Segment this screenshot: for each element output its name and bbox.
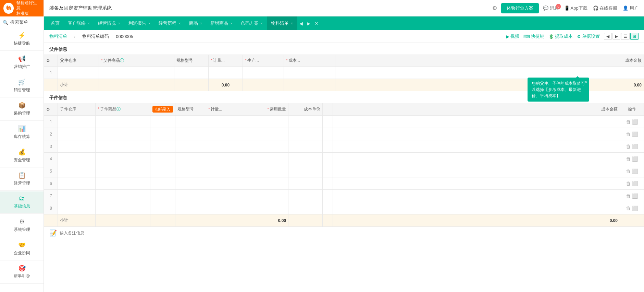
pager-prev[interactable]: ◀ (604, 33, 612, 40)
nav-tab-物料清单[interactable]: 物料清单× (267, 16, 297, 30)
copy-icon[interactable]: ⬜ (632, 144, 638, 149)
child-qty-cell[interactable] (247, 153, 288, 165)
delete-icon[interactable]: 🗑 (626, 181, 631, 186)
sidebar-search[interactable]: 🔍 搜索菜单 (0, 16, 44, 28)
child-unit-cost-cell[interactable] (288, 202, 323, 214)
child-qty-cell[interactable] (247, 177, 288, 190)
child-unit-cell[interactable] (206, 153, 237, 165)
sidebar-item-guide[interactable]: 🎯 新手引导 (0, 261, 44, 283)
app-download-link[interactable]: 📱 App下载 (564, 5, 587, 11)
copy-icon[interactable]: ⬜ (632, 193, 638, 199)
delete-icon[interactable]: 🗑 (626, 131, 631, 137)
child-spec-cell[interactable] (175, 165, 206, 177)
delete-icon[interactable]: 🗑 (626, 156, 631, 162)
child-unit-cost-cell[interactable] (288, 140, 323, 153)
note-input[interactable] (60, 231, 639, 235)
gear-icon[interactable]: ⚙ (492, 5, 497, 11)
nav-tab-商品[interactable]: 商品× (185, 16, 206, 30)
nav-tab-经营历程[interactable]: 经营历程× (154, 16, 185, 30)
delete-icon[interactable]: 🗑 (626, 206, 631, 211)
sidebar-item-inventory[interactable]: 📊 库存核算 (0, 121, 44, 143)
tab-close[interactable]: × (178, 21, 181, 25)
settings-btn[interactable]: ⚙ 单据设置 (577, 33, 600, 39)
trial-button[interactable]: 体验行业方案 (501, 3, 539, 13)
tab-close[interactable]: × (118, 21, 120, 25)
nav-tab-新增商品[interactable]: 新增商品× (206, 16, 236, 30)
view-btn[interactable]: ▶ 视频 (506, 33, 519, 39)
child-qty-cell[interactable] (247, 190, 288, 202)
nav-tab-经营情况[interactable]: 经营情况× (94, 16, 124, 30)
tab-close[interactable]: × (261, 21, 263, 25)
nav-close-icon[interactable]: ✕ (312, 21, 321, 26)
child-spec-cell[interactable] (175, 177, 206, 190)
nav-tab-客户联络[interactable]: 客户联络× (64, 16, 94, 30)
child-unit-cell[interactable] (206, 140, 237, 153)
child-unit-cell[interactable] (206, 177, 237, 190)
child-spec-cell[interactable] (175, 153, 206, 165)
child-unit-cost-cell[interactable] (288, 190, 323, 202)
tooltip-close-btn[interactable]: × (585, 79, 587, 85)
shortcut-btn[interactable]: ⌨ 快捷键 (523, 33, 544, 39)
tab-close[interactable]: × (291, 21, 293, 25)
child-unit-cell[interactable] (206, 165, 237, 177)
pager-next[interactable]: ▶ (612, 33, 620, 40)
nav-tab-利润报告[interactable]: 利润报告× (124, 16, 154, 30)
sidebar-item-cooperation[interactable]: 🤝 企业协同 (0, 238, 44, 259)
copy-icon[interactable]: ⬜ (632, 206, 638, 211)
child-unit-cell[interactable] (206, 202, 237, 214)
sidebar-item-operations[interactable]: 📋 经营管理 (0, 168, 44, 190)
child-unit-cost-cell[interactable] (288, 128, 323, 140)
tab-close[interactable]: × (88, 21, 90, 25)
delete-icon[interactable]: 🗑 (626, 119, 631, 125)
child-qty-cell[interactable] (247, 140, 288, 153)
child-spec-cell[interactable] (175, 140, 206, 153)
parent-unit-cell[interactable] (209, 67, 243, 79)
nav-left-arrow[interactable]: ◀ (297, 21, 305, 26)
pager-list[interactable]: ☰ (621, 33, 630, 40)
child-qty-cell[interactable] (247, 165, 288, 177)
tab-close[interactable]: × (200, 21, 202, 25)
parent-product-cell[interactable] (99, 67, 174, 79)
child-product-cell[interactable] (96, 140, 150, 153)
child-qty-cell[interactable] (247, 202, 288, 214)
parent-cost-cell[interactable] (284, 67, 325, 79)
copy-icon[interactable]: ⬜ (632, 119, 638, 125)
child-product-cell[interactable] (96, 190, 150, 202)
copy-icon[interactable]: ⬜ (632, 181, 638, 186)
delete-icon[interactable]: 🗑 (626, 193, 631, 199)
delete-icon[interactable]: 🗑 (626, 168, 631, 174)
child-unit-cell[interactable] (206, 116, 237, 128)
child-warehouse-cell[interactable] (58, 140, 96, 153)
child-col-gear[interactable]: ⚙ (44, 103, 58, 116)
child-warehouse-cell[interactable] (58, 190, 96, 202)
child-qty-cell[interactable] (247, 116, 288, 128)
sidebar-item-quick-nav[interactable]: ⚡ 快捷导航 (0, 28, 44, 50)
parent-warehouse-cell[interactable] (58, 67, 99, 79)
user-menu[interactable]: 👤 用户 (623, 5, 639, 11)
sidebar-item-basic-info[interactable]: 🗂 基础信息 (0, 191, 44, 213)
child-warehouse-cell[interactable] (58, 202, 96, 214)
child-unit-cost-cell[interactable] (288, 165, 323, 177)
child-product-cell[interactable] (96, 177, 150, 190)
scan-input-btn[interactable]: 扫码录入 (152, 106, 173, 113)
child-warehouse-cell[interactable] (58, 177, 96, 190)
child-spec-cell[interactable] (175, 190, 206, 202)
parent-spec-cell[interactable] (174, 67, 209, 79)
child-qty-cell[interactable] (247, 128, 288, 140)
tab-close[interactable]: × (230, 21, 232, 25)
sidebar-item-finance[interactable]: 💰 资金管理 (0, 145, 44, 166)
copy-icon[interactable]: ⬜ (632, 131, 638, 137)
child-unit-cost-cell[interactable] (288, 116, 323, 128)
online-service-link[interactable]: 🎧 在线客服 (593, 5, 618, 11)
child-warehouse-cell[interactable] (58, 116, 96, 128)
child-unit-cell[interactable] (206, 190, 237, 202)
child-spec-cell[interactable] (175, 116, 206, 128)
child-unit-cost-cell[interactable] (288, 153, 323, 165)
child-unit-cost-cell[interactable] (288, 177, 323, 190)
child-warehouse-cell[interactable] (58, 153, 96, 165)
parent-produce-cell[interactable] (243, 67, 284, 79)
copy-icon[interactable]: ⬜ (632, 156, 638, 162)
child-product-cell[interactable] (96, 153, 150, 165)
sidebar-item-sales[interactable]: 🛒 销售管理 (0, 75, 44, 96)
child-product-cell[interactable] (96, 128, 150, 140)
